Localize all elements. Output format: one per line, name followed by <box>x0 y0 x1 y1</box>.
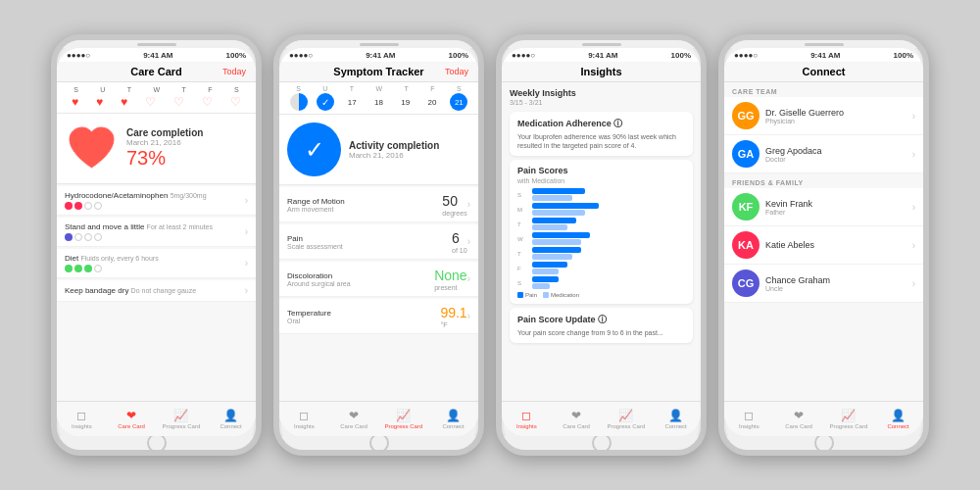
diet-dots <box>65 265 245 272</box>
rom-info: Range of Motion Arm movement <box>287 197 442 213</box>
med-bar <box>532 239 581 245</box>
phone-bottom-3 <box>502 436 701 450</box>
connect-label-3: Connect <box>664 423 686 429</box>
signal-4: ●●●●○ <box>734 51 758 60</box>
care-item-diet[interactable]: Diet Fluids only, every 6 hours › <box>57 249 256 278</box>
med-adherence-title: Medication Adherence ⓘ <box>517 118 685 130</box>
tab-progress-3[interactable]: 📈 Progress Card <box>602 402 652 436</box>
tab-connect-2[interactable]: 👤 Connect <box>428 402 478 436</box>
pain-bar <box>532 188 585 194</box>
tab-insights-4[interactable]: ◻ Insights <box>724 402 774 436</box>
time-2: 9:41 AM <box>366 51 395 60</box>
home-button-4[interactable] <box>814 433 834 453</box>
tab-progress-4[interactable]: 📈 Progress Card <box>824 402 874 436</box>
phone-speaker-top <box>57 40 256 48</box>
tab-care-card-4[interactable]: ❤ Care Card <box>774 402 824 436</box>
bar-group <box>532 218 576 230</box>
connect-dr-guerrero[interactable]: GG Dr. Giselle Guerrero Physician › <box>724 97 923 135</box>
discolor-unit: present <box>434 284 466 291</box>
care-icon-2: ❤ <box>349 409 359 422</box>
care-item-bandage[interactable]: Keep bandage dry Do not change gauze › <box>57 280 256 302</box>
pain-bar <box>532 276 559 282</box>
connect-apodaca[interactable]: GA Greg Apodaca Doctor › <box>724 135 923 173</box>
progress-tab-label: Progress Card <box>163 423 201 429</box>
care-item-stand[interactable]: Stand and move a little For at least 2 m… <box>57 218 256 247</box>
rom-unit: degrees <box>442 210 466 217</box>
st-range-of-motion[interactable]: Range of Motion Arm movement 50 degrees … <box>279 187 478 222</box>
connect-katie[interactable]: KA Katie Abeles › <box>724 226 923 265</box>
phone-symptom-tracker: ●●●●○ 9:41 AM 100% Symptom Tracker Today… <box>273 34 484 456</box>
status-bar-3: ●●●●○ 9:41 AM 100% <box>502 48 701 62</box>
phone-care-card: ●●●●○ 9:41 AM 100% Care Card Today S U T… <box>51 34 262 456</box>
connect-chance[interactable]: CG Chance Graham Uncle › <box>724 265 923 303</box>
pain-value: 6 <box>452 230 460 246</box>
tab-progress-card[interactable]: 📈 Progress Card <box>157 402 207 436</box>
bar-row-T: T <box>517 218 685 230</box>
st-discoloration[interactable]: Discoloration Around surgical area None … <box>279 262 478 297</box>
st-pain[interactable]: Pain Scale assessment 6 of 10 › <box>279 224 478 260</box>
home-button-3[interactable] <box>592 433 612 453</box>
pain-bar-stack <box>532 262 567 274</box>
home-button-2[interactable] <box>369 433 389 453</box>
tab-insights[interactable]: ◻ Insights <box>57 402 107 436</box>
connect-kevin[interactable]: KF Kevin Frank Father › <box>724 188 923 226</box>
med-bar <box>532 269 559 274</box>
insights-icon-2: ◻ <box>299 409 309 422</box>
battery-3: 100% <box>671 51 691 60</box>
tab-care-card-2[interactable]: ❤ Care Card <box>329 402 379 436</box>
progress-tab-icon: 📈 <box>173 409 188 422</box>
dot-3 <box>84 265 92 272</box>
today-button[interactable]: Today <box>222 67 246 76</box>
pain-value-container: 6 of 10 <box>452 229 467 254</box>
guerrero-name: Dr. Giselle Guerrero <box>765 108 906 118</box>
rom-sub: Arm movement <box>287 206 442 213</box>
temp-value-container: 99.1 °F <box>440 304 466 328</box>
progress-icon-2: 📈 <box>396 409 411 422</box>
connect-icon-2: 👤 <box>446 409 461 422</box>
day-w: W <box>154 86 161 93</box>
pain-bar <box>532 218 576 223</box>
insights-icon-4: ◻ <box>744 409 754 422</box>
pain-bar-stack <box>532 276 559 289</box>
bar-group <box>532 247 581 260</box>
heart-icon-7: ♡ <box>230 95 241 109</box>
bandage-name: Keep bandage dry Do not change gauze <box>65 286 245 295</box>
tab-insights-2[interactable]: ◻ Insights <box>279 402 329 436</box>
heart-icon-1: ♥ <box>72 95 78 109</box>
care-item-medication[interactable]: Hydrocodone/Acetaminophen 5mg/300mg › <box>57 186 256 216</box>
phone-screen-insights: ●●●●○ 9:41 AM 100% Insights Weekly Insig… <box>502 48 701 436</box>
speaker-grille <box>137 43 176 46</box>
home-button[interactable] <box>147 433 167 453</box>
med-bar <box>532 254 572 260</box>
med-bar <box>532 195 572 201</box>
pain-bar <box>532 232 590 238</box>
tab-connect[interactable]: 👤 Connect <box>206 402 256 436</box>
tab-insights-3[interactable]: ◻ Insights <box>502 402 552 436</box>
rom-value: 50 <box>442 193 458 209</box>
tab-connect-3[interactable]: 👤 Connect <box>651 402 701 436</box>
connect-tab-label: Connect <box>220 423 241 429</box>
status-bar-2: ●●●●○ 9:41 AM 100% <box>279 48 478 62</box>
date-18: 18 <box>369 93 387 111</box>
bar-group <box>532 262 567 274</box>
care-completion-hero: Care completion March 21, 2016 73% <box>57 114 256 184</box>
insights-inner: Weekly Insights 3/15 - 3/21 Medication A… <box>502 82 701 353</box>
tab-care-card-3[interactable]: ❤ Care Card <box>552 402 602 436</box>
care-icon-4: ❤ <box>794 409 804 422</box>
bandage-info: Keep bandage dry Do not change gauze <box>65 286 245 295</box>
stand-name: Stand and move a little For at least 2 m… <box>65 222 245 231</box>
today-button-2[interactable]: Today <box>445 67 468 76</box>
tab-care-card[interactable]: ❤ Care Card <box>107 402 157 436</box>
activity-checkmark: ✓ <box>287 122 341 176</box>
insights-header: Insights <box>502 62 701 82</box>
tab-progress-2[interactable]: 📈 Progress Card <box>379 402 429 436</box>
bar-row-M: M <box>517 203 685 216</box>
date-17: 17 <box>343 93 361 111</box>
tab-bar-care-card: ◻ Insights ❤ Care Card 📈 Progress Card 👤… <box>57 401 256 436</box>
care-label-2: Care Card <box>340 423 368 429</box>
tab-connect-4[interactable]: 👤 Connect <box>873 402 923 436</box>
discolor-value-container: None present <box>434 267 466 291</box>
st-temperature[interactable]: Temperature Oral 99.1 °F › <box>279 299 478 334</box>
battery-4: 100% <box>894 51 913 60</box>
phone-speaker-top-2 <box>279 40 478 48</box>
